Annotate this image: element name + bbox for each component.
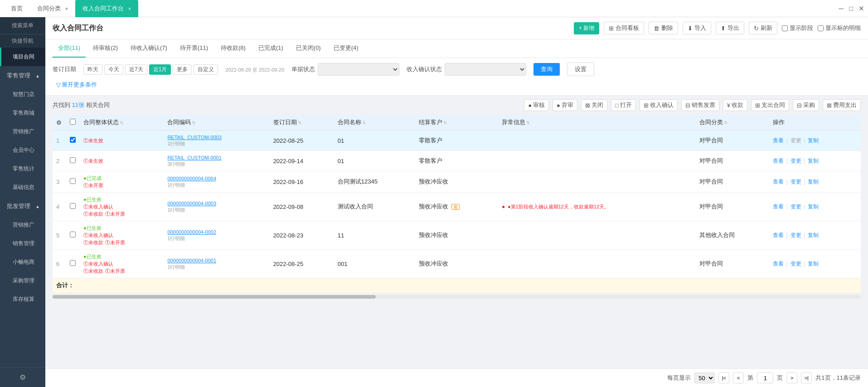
show-detail-checkbox[interactable]: 显示标的明细 <box>818 24 861 32</box>
show-stage-input[interactable] <box>782 25 788 31</box>
window-close-icon[interactable]: ✕ <box>858 5 864 13</box>
review-button[interactable]: ● 审核 <box>524 99 549 111</box>
expenditure-contract-button[interactable]: ⊞ 支出合同 <box>751 99 789 111</box>
confirm-status-select[interactable] <box>445 63 526 76</box>
view-btn-4[interactable]: 查看 <box>773 203 784 210</box>
tab-completed[interactable]: 已完成(1) <box>253 39 289 58</box>
sort-name-icon[interactable]: ⇅ <box>362 120 366 125</box>
sales-invoice-button[interactable]: ⊟ 销售发票 <box>681 99 719 111</box>
abandon-review-button[interactable]: ● 弃审 <box>553 99 577 111</box>
new-button[interactable]: + 新增 <box>574 22 599 34</box>
sidebar-item-project-contract[interactable]: 项目合同 <box>0 48 45 66</box>
view-btn-1[interactable]: 查看 <box>773 137 784 144</box>
sidebar-item-retail-management[interactable]: 零售管理 ▲ <box>0 66 45 85</box>
sidebar-search[interactable]: 搜索菜单 <box>0 17 45 34</box>
sidebar-item-basic-info[interactable]: 基础信息 <box>0 178 45 197</box>
copy-btn-1[interactable]: 复制 <box>808 137 819 144</box>
page-last-button[interactable]: >| <box>801 372 812 383</box>
tab-all[interactable]: 全部(11) <box>53 39 86 58</box>
copy-btn-6[interactable]: 复制 <box>808 261 819 267</box>
th-checkbox[interactable] <box>66 115 80 131</box>
tab-pending-invoice[interactable]: 待开票(11) <box>175 39 213 58</box>
td-check-3[interactable] <box>66 171 80 193</box>
date-btn-more[interactable]: 更多 <box>173 64 192 75</box>
query-button[interactable]: 查询 <box>533 63 560 76</box>
expense-button[interactable]: ⊠ 费用支出 <box>823 99 861 111</box>
expand-filter-button[interactable]: ▽ 展开更多条件 <box>53 79 861 91</box>
sidebar-item-marketing2[interactable]: 营销推广 <box>0 216 45 234</box>
contract-link-5[interactable]: 0000000000004-0002 <box>167 229 216 235</box>
tab-pending-confirm[interactable]: 待收入确认(7) <box>125 39 173 58</box>
tab-changed[interactable]: 已变更(4) <box>328 39 364 58</box>
sort-abnormal-icon[interactable]: ⇅ <box>526 120 530 125</box>
row-checkbox-4[interactable] <box>70 203 76 209</box>
edit-btn-1[interactable]: 变更 <box>790 137 801 144</box>
view-btn-5[interactable]: 查看 <box>773 232 784 238</box>
date-btn-today[interactable]: 今天 <box>104 64 123 75</box>
tab-income-contract[interactable]: 收入合同工作台 × <box>75 0 138 17</box>
tab-contract-category[interactable]: 合同分类 × <box>30 0 75 17</box>
page-prev-button[interactable]: < <box>733 372 744 383</box>
contract-link-2[interactable]: RETAIL_CUSTOM-0001 <box>167 155 221 160</box>
sort-code-icon[interactable]: ⇅ <box>192 120 195 125</box>
purchase-button[interactable]: ⊟ 采购 <box>793 99 819 111</box>
td-check-5[interactable] <box>66 221 80 250</box>
sidebar-item-sales-management[interactable]: 销售管理 <box>0 234 45 253</box>
td-check-2[interactable] <box>66 151 80 171</box>
date-btn-custom[interactable]: 自定义 <box>194 64 218 75</box>
select-all-checkbox[interactable] <box>70 119 76 125</box>
sort-date-icon[interactable]: ⇅ <box>298 120 301 125</box>
edit-btn-2[interactable]: 变更 <box>790 158 801 164</box>
td-check-4[interactable] <box>66 193 80 221</box>
th-settings[interactable]: ⚙ <box>53 115 66 131</box>
show-stage-checkbox[interactable]: 显示阶段 <box>782 24 813 32</box>
open-button[interactable]: □ 打开 <box>611 99 636 111</box>
view-btn-3[interactable]: 查看 <box>773 179 784 185</box>
copy-btn-5[interactable]: 复制 <box>808 232 819 238</box>
view-btn-6[interactable]: 查看 <box>773 261 784 267</box>
sidebar-item-inventory[interactable]: 库存核算 <box>0 290 45 309</box>
tab-home[interactable]: 首页 <box>4 0 30 17</box>
tab-close-income-contract[interactable]: × <box>128 6 131 11</box>
date-btn-7days[interactable]: 近7天 <box>125 64 147 75</box>
row-checkbox-2[interactable] <box>70 157 76 163</box>
window-minimize-icon[interactable]: ─ <box>839 5 844 12</box>
sort-customer-icon[interactable]: ⇅ <box>443 120 447 125</box>
sidebar-quick-nav[interactable]: 快捷导航 <box>0 34 45 48</box>
td-check-6[interactable] <box>66 250 80 278</box>
row-checkbox-1[interactable] <box>70 137 76 143</box>
export-button[interactable]: ⬆ 导出 <box>716 22 744 34</box>
row-checkbox-3[interactable] <box>70 178 76 184</box>
sort-category-icon[interactable]: ⇅ <box>724 120 727 125</box>
sidebar-item-ecommerce[interactable]: 小畅电商 <box>0 253 45 271</box>
tab-pending-review[interactable]: 待审核(2) <box>87 39 123 58</box>
payment-button[interactable]: ¥ 收款 <box>723 99 747 111</box>
board-button[interactable]: ⊞ 合同看板 <box>604 22 644 34</box>
close-button[interactable]: ⊠ 关闭 <box>581 99 607 111</box>
window-maximize-icon[interactable]: □ <box>849 5 853 12</box>
scrollbar-thumb[interactable] <box>53 295 376 299</box>
tab-close-contract-category[interactable]: × <box>65 6 68 11</box>
sidebar-item-purchase[interactable]: 采购管理 <box>0 271 45 290</box>
sidebar-gear-icon[interactable]: ⚙ <box>0 367 45 387</box>
contract-link-3[interactable]: 0000000000004-0004 <box>167 176 216 181</box>
delete-button[interactable]: 🗑 删除 <box>649 22 678 34</box>
show-detail-input[interactable] <box>818 25 824 31</box>
copy-btn-2[interactable]: 复制 <box>808 158 819 164</box>
view-btn-2[interactable]: 查看 <box>773 158 784 164</box>
income-confirm-button[interactable]: ⊞ 收入确认 <box>640 99 678 111</box>
copy-btn-4[interactable]: 复制 <box>808 203 819 210</box>
copy-btn-3[interactable]: 复制 <box>808 179 819 185</box>
sort-status-icon[interactable]: ⇅ <box>120 120 123 125</box>
date-btn-1month[interactable]: 近1月 <box>149 64 171 75</box>
contract-link-4[interactable]: 0000000000004-0003 <box>167 201 216 206</box>
sidebar-item-member-center[interactable]: 会员中心 <box>0 141 45 160</box>
page-first-button[interactable]: |< <box>718 372 729 383</box>
page-next-button[interactable]: > <box>786 372 797 383</box>
sidebar-item-marketing[interactable]: 营销推广 <box>0 122 45 141</box>
page-number-input[interactable]: 1 <box>757 372 773 383</box>
tab-pending-payment[interactable]: 待收款(8) <box>215 39 251 58</box>
td-check-1[interactable] <box>66 131 80 151</box>
page-size-select[interactable]: 50 <box>694 372 715 383</box>
row-checkbox-5[interactable] <box>70 232 76 237</box>
